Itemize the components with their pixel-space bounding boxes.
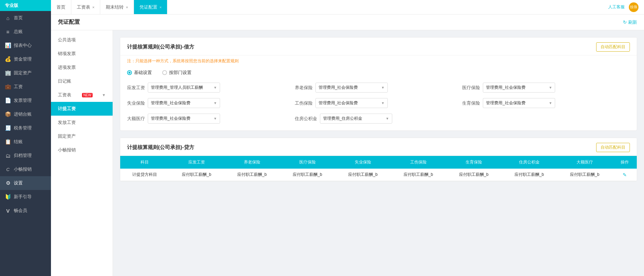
select-shiye[interactable]: 管理费用_社会保险费 ▼ xyxy=(148,98,220,108)
sidebar-item-stock[interactable]: 📦 进销台账 xyxy=(0,107,51,121)
col-yanglao: 养老保险 xyxy=(224,156,280,169)
col-yingfa: 应发工资 xyxy=(169,156,224,169)
tab-payroll-label: 工资表 xyxy=(77,4,90,10)
select-shengyu-value: 管理费用_社会保险费 xyxy=(486,100,549,106)
chevron-down-icon: ▼ xyxy=(549,101,552,105)
nav-jiti-salary[interactable]: 计提工资 xyxy=(51,102,113,116)
tab-payroll-close[interactable]: × xyxy=(92,5,94,9)
debit-section-title: 计提核算规则(公司承担)-借方 xyxy=(127,44,194,50)
debit-radio-group: 基础设置 按部门设置 xyxy=(120,67,637,80)
sidebar-item-home[interactable]: ⌂ 首页 xyxy=(0,11,51,25)
radio-basic[interactable]: 基础设置 xyxy=(127,70,152,76)
nav-pay-label: 发放工资 xyxy=(58,119,76,126)
app-logo: 专业版 xyxy=(0,0,51,11)
sidebar-item-xiaochang[interactable]: C 小畅报销 xyxy=(0,162,51,176)
col-yiliao: 医疗保险 xyxy=(280,156,335,169)
sidebar-item-label: 新手引导 xyxy=(14,194,32,200)
chevron-down-icon: ▼ xyxy=(214,117,217,120)
chevron-down-icon: ▼ xyxy=(386,117,389,120)
select-shengyu[interactable]: 管理费用_社会保险费 ▼ xyxy=(483,98,555,108)
sidebar-item-settings[interactable]: ⚙ 设置 xyxy=(0,176,51,190)
sidebar-item-reports[interactable]: 📊 报表中心 xyxy=(0,39,51,52)
radio-department[interactable]: 按部门设置 xyxy=(162,70,191,76)
debit-auto-match-button[interactable]: 自动匹配科目 xyxy=(596,42,630,52)
cell-action[interactable]: ✎ xyxy=(612,169,637,181)
cell-daeliao: 应付职工薪酬_b xyxy=(557,169,612,181)
avatar[interactable]: 徐珠 xyxy=(629,2,638,12)
funds-icon: 💰 xyxy=(5,56,11,62)
credit-table-wrapper: 科目 应发工资 养老保险 医疗保险 失业保险 工伤保险 生育保险 住房公积金 大… xyxy=(120,156,637,181)
debit-form-grid: 应发工资 管理费用_管理人员职工薪酬 ▼ 养老保险 管理费用_社会保险费 ▼ xyxy=(120,80,637,130)
sidebar: 专业版 ⌂ 首页 ≡ 总账 📊 报表中心 💰 资金管理 🏢 固定资产 💼 工资 … xyxy=(0,0,51,276)
label-daeliao: 大额医疗 xyxy=(127,116,145,122)
sidebar-item-tax[interactable]: 🧾 税务管理 xyxy=(0,121,51,135)
tab-payroll[interactable]: 工资表 × xyxy=(71,0,100,14)
page-header: 凭证配置 ↻ 刷新 xyxy=(51,14,644,30)
sidebar-item-funds[interactable]: 💰 资金管理 xyxy=(0,52,51,66)
nav-journal-label: 日记账 xyxy=(58,78,71,84)
select-yingfa[interactable]: 管理费用_管理人员职工薪酬 ▼ xyxy=(148,83,220,93)
cell-yanglao: 应付职工薪酬_b xyxy=(224,169,280,181)
sidebar-item-guide[interactable]: 🔰 新手引导 xyxy=(0,190,51,204)
cell-shengyu: 应付职工薪酬_b xyxy=(446,169,501,181)
select-gongshang[interactable]: 管理费用_社会保险费 ▼ xyxy=(315,98,388,108)
nav-journal[interactable]: 日记账 xyxy=(51,74,113,88)
new-badge: NEW xyxy=(82,93,93,97)
form-item-shiye: 失业保险 管理费用_社会保险费 ▼ xyxy=(127,95,295,111)
edit-icon[interactable]: ✎ xyxy=(623,172,627,178)
label-gongjijin: 住房公积金 xyxy=(295,116,317,122)
select-yiliao[interactable]: 管理费用_社会保险费 ▼ xyxy=(483,83,555,93)
tab-home[interactable]: 首页 xyxy=(51,0,71,14)
radio-dept-label: 按部门设置 xyxy=(169,70,191,76)
refresh-button[interactable]: ↻ 刷新 xyxy=(623,19,637,25)
sidebar-item-salary[interactable]: 💼 工资 xyxy=(0,80,51,94)
tab-voucher-config[interactable]: 凭证配置 × xyxy=(134,0,167,14)
tab-period-close[interactable]: 期末结转 × xyxy=(100,0,134,14)
sidebar-item-label: 结账 xyxy=(14,139,23,145)
select-daeliao[interactable]: 管理费用_社会保险费 ▼ xyxy=(148,114,220,124)
refresh-label: 刷新 xyxy=(628,19,637,25)
nav-payroll-table[interactable]: 工资表 NEW ▼ xyxy=(51,88,113,102)
sidebar-item-invoice[interactable]: 📄 发票管理 xyxy=(0,94,51,107)
label-shiye: 失业保险 xyxy=(127,100,145,106)
select-yanglao[interactable]: 管理费用_社会保险费 ▼ xyxy=(315,83,388,93)
sidebar-item-member[interactable]: V 畅会员 xyxy=(0,204,51,217)
xiaochang-icon: C xyxy=(5,167,11,172)
ledger-icon: ≡ xyxy=(5,29,11,35)
sidebar-item-ledger[interactable]: ≡ 总账 xyxy=(0,25,51,39)
nav-in-invoice[interactable]: 进项发票 xyxy=(51,61,113,74)
content-area: 公共选项 销项发票 进项发票 日记账 工资表 NEW ▼ 计提工资 发放工资 xyxy=(51,30,644,276)
tab-period-label: 期末结转 xyxy=(106,4,124,10)
debit-section: 计提核算规则(公司承担)-借方 自动匹配科目 注：只能选择一种方式，系统将按照您… xyxy=(120,37,637,131)
chevron-down-icon: ▼ xyxy=(381,86,385,89)
table-header-row: 科目 应发工资 养老保险 医疗保险 失业保险 工伤保险 生育保险 住房公积金 大… xyxy=(120,156,637,169)
col-subject: 科目 xyxy=(120,156,169,169)
sidebar-item-assets[interactable]: 🏢 固定资产 xyxy=(0,66,51,80)
left-nav: 公共选项 销项发票 进项发票 日记账 工资表 NEW ▼ 计提工资 发放工资 xyxy=(51,30,113,276)
topbar: 首页 工资表 × 期末结转 × 凭证配置 × 人工客服 徐珠 xyxy=(51,0,644,14)
label-yingfa: 应发工资 xyxy=(127,85,145,91)
tab-home-label: 首页 xyxy=(56,4,65,10)
nav-public[interactable]: 公共选项 xyxy=(51,33,113,47)
tax-icon: 🧾 xyxy=(5,125,11,131)
credit-auto-match-button[interactable]: 自动匹配科目 xyxy=(596,143,630,152)
debit-section-header: 计提核算规则(公司承担)-借方 自动匹配科目 xyxy=(120,38,637,55)
chevron-down-icon: ▼ xyxy=(549,86,552,89)
nav-fixed-assets[interactable]: 固定资产 xyxy=(51,129,113,143)
select-gongjijin[interactable]: 管理费用_住房公积金 ▼ xyxy=(320,114,392,124)
nav-red-invoice[interactable]: 销项发票 xyxy=(51,47,113,61)
user-service-label[interactable]: 人工客服 xyxy=(608,4,625,10)
credit-section-title: 计提核算规则(公司承担)-贷方 xyxy=(127,144,194,151)
sidebar-item-close[interactable]: 📋 结账 xyxy=(0,135,51,149)
nav-pay-salary[interactable]: 发放工资 xyxy=(51,116,113,129)
sidebar-item-label: 报表中心 xyxy=(14,42,32,49)
chevron-down-icon: ▼ xyxy=(214,86,217,89)
sidebar-item-archive[interactable]: 🗂 归档管理 xyxy=(0,149,51,162)
form-item-gongshang: 工伤保险 管理费用_社会保险费 ▼ xyxy=(295,95,463,111)
archive-icon: 🗂 xyxy=(5,153,11,159)
tab-voucher-close[interactable]: × xyxy=(159,5,162,9)
tab-period-close-btn[interactable]: × xyxy=(126,5,128,9)
nav-xiaochang-expense[interactable]: 小畅报销 xyxy=(51,143,113,157)
sidebar-item-label: 首页 xyxy=(14,15,23,21)
form-item-daeliao: 大额医疗 管理费用_社会保险费 ▼ xyxy=(127,111,295,126)
